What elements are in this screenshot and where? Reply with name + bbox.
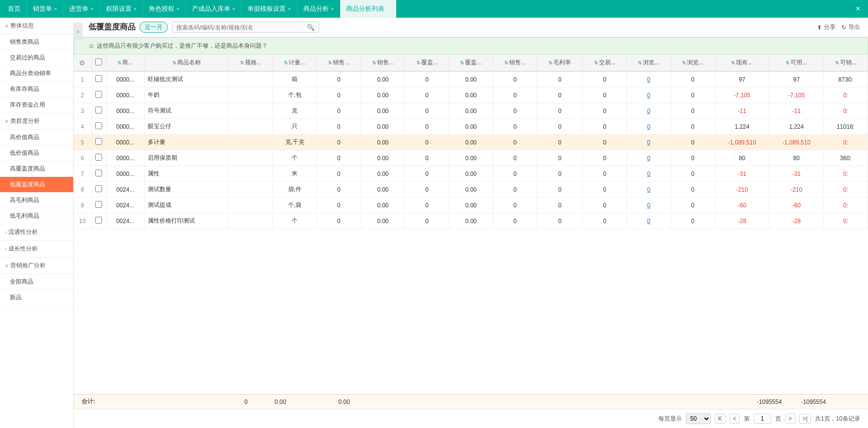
nav-product-analysis-close[interactable]: ×	[331, 6, 334, 12]
pagination: 每页显示 50 100 200 K < 第 页 > >| 共1页，10条记录	[74, 409, 868, 428]
prev-page-button[interactable]: <	[730, 414, 740, 424]
row-checkbox[interactable]	[91, 103, 106, 119]
sidebar-section-overall[interactable]: ∨ 整体信息	[0, 18, 73, 34]
row-browse1[interactable]: 0	[627, 198, 671, 213]
row-checkbox[interactable]	[91, 213, 106, 229]
col-unit-header[interactable]: ⇅计量...	[273, 55, 317, 71]
col-sales-qty-header[interactable]: ⇅销售...	[317, 55, 361, 71]
sidebar-item-traded-goods[interactable]: 交易过的商品	[0, 50, 73, 66]
nav-product-analysis-list[interactable]: 商品分析列表 ×	[340, 0, 396, 18]
col-available-header[interactable]: ⇅可用...	[769, 55, 824, 71]
sidebar-item-high-margin[interactable]: 高毛利商品	[0, 193, 73, 208]
nav-permission[interactable]: 权限设置 ×	[100, 0, 143, 18]
sidebar-item-high-coverage[interactable]: 高覆盖度商品	[0, 161, 73, 177]
col-saleable-header[interactable]: ⇅可销...	[824, 55, 868, 71]
filter-button[interactable]: 近一月	[139, 22, 168, 33]
row-browse1[interactable]: 0	[627, 119, 671, 135]
export-button[interactable]: ↻ 导出	[841, 23, 860, 31]
sidebar-item-stock-fund[interactable]: 库存资金占用	[0, 97, 73, 113]
sidebar-item-low-coverage[interactable]: 低覆盖度商品	[0, 177, 73, 193]
table-row: 8 0024... 测试数量 袋,件 0 0.00 0 0.00 0 0 0 0…	[74, 182, 868, 198]
row-coverage1: 0	[405, 71, 449, 87]
first-page-button[interactable]: K	[715, 414, 726, 424]
sidebar-item-category-rate[interactable]: 商品分类动销率	[0, 66, 73, 82]
nav-template[interactable]: 单据模板设置 ×	[242, 0, 297, 18]
col-coverage2-header[interactable]: ⇅覆盖...	[449, 55, 493, 71]
select-all-checkbox[interactable]	[95, 58, 102, 65]
row-coverage2: 0.00	[449, 182, 493, 198]
nav-product-analysis[interactable]: 商品分析 ×	[298, 0, 340, 18]
nav-product-entry-close[interactable]: ×	[232, 6, 235, 12]
row-checkbox[interactable]	[91, 182, 106, 198]
row-unit: 箱	[273, 71, 317, 87]
nav-sales[interactable]: 销货单 ×	[27, 0, 63, 18]
col-gross-margin-header[interactable]: ⇅毛利率	[537, 55, 583, 71]
row-checkbox[interactable]	[91, 198, 106, 213]
sidebar-section-growth[interactable]: › 成长性分析	[0, 241, 73, 257]
row-coverage1: 0	[405, 87, 449, 103]
row-browse1[interactable]: 0	[627, 135, 671, 150]
row-browse1[interactable]: 0	[627, 166, 671, 182]
col-browse2-header[interactable]: ⇅浏览...	[671, 55, 715, 71]
row-name: 属性价格打印测试	[144, 213, 229, 229]
row-browse1[interactable]: 0	[627, 71, 671, 87]
col-spec-header[interactable]: ⇅规格...	[229, 55, 273, 71]
row-checkbox[interactable]	[91, 71, 106, 87]
sidebar-section-liquidity[interactable]: › 流通性分析	[0, 224, 73, 241]
row-browse1[interactable]: 0	[627, 87, 671, 103]
sidebar-collapse-button[interactable]: «	[74, 23, 82, 40]
share-button[interactable]: ⬆ 分享	[817, 23, 836, 31]
nav-product-entry[interactable]: 产成品入库单 ×	[186, 0, 242, 18]
col-browse1-header[interactable]: ⇅浏览...	[627, 55, 671, 71]
col-sales-amt-header[interactable]: ⇅销售...	[361, 55, 405, 71]
col-trade-header[interactable]: ⇅交易...	[583, 55, 627, 71]
col-coverage1-header[interactable]: ⇅覆盖...	[405, 55, 449, 71]
nav-sales-close[interactable]: ×	[54, 6, 57, 12]
row-num: 10	[74, 213, 91, 229]
nav-permission-close[interactable]: ×	[134, 6, 136, 12]
row-browse1[interactable]: 0	[627, 103, 671, 119]
sidebar-item-low-margin[interactable]: 低毛利商品	[0, 208, 73, 224]
nav-product-analysis-label: 商品分析	[303, 4, 329, 13]
search-input[interactable]	[176, 24, 307, 31]
sidebar-item-all-goods[interactable]: 全部商品	[0, 274, 73, 290]
row-available: -28	[769, 213, 824, 229]
nav-role[interactable]: 角色授权 ×	[143, 0, 186, 18]
row-browse1[interactable]: 0	[627, 182, 671, 198]
col-current-stock-header[interactable]: ⇅现有...	[715, 55, 769, 71]
sidebar-item-in-stock[interactable]: 有库存商品	[0, 82, 73, 97]
row-checkbox[interactable]	[91, 135, 106, 150]
col-name-header[interactable]: ⇅商品名称	[144, 55, 229, 71]
sidebar-item-sales-goods[interactable]: 销售类商品	[0, 34, 73, 50]
sidebar-section-marketing[interactable]: ∨ 营销推广分析	[0, 257, 73, 274]
nav-home[interactable]: 首页	[2, 0, 27, 18]
search-icon[interactable]: 🔍	[307, 24, 315, 31]
row-browse1[interactable]: 0	[627, 213, 671, 229]
row-checkbox[interactable]	[91, 119, 106, 135]
nav-template-close[interactable]: ×	[288, 6, 291, 12]
row-checkbox[interactable]	[91, 150, 106, 166]
row-coverage1: 0	[405, 213, 449, 229]
sidebar-item-high-value[interactable]: 高价值商品	[0, 130, 73, 145]
nav-role-close[interactable]: ×	[176, 6, 179, 12]
last-page-button[interactable]: >|	[799, 414, 811, 424]
sidebar-item-new-goods[interactable]: 新品	[0, 290, 73, 306]
nav-product-analysis-list-close[interactable]: ×	[386, 6, 389, 12]
row-sales-amt: 0.00	[361, 182, 405, 198]
page-size-select[interactable]: 50 100 200	[686, 413, 711, 424]
row-browse1[interactable]: 0	[627, 150, 671, 166]
col-code-header[interactable]: ⇅商...	[106, 55, 144, 71]
sidebar-item-low-value[interactable]: 低价值商品	[0, 145, 73, 161]
nav-purchase-label: 进货单	[69, 4, 88, 13]
sidebar-section-cluster[interactable]: ∨ 类群度分析	[0, 113, 73, 130]
row-available: 1,224	[769, 119, 824, 135]
nav-purchase-close[interactable]: ×	[90, 6, 93, 12]
window-close-button[interactable]: ×	[850, 4, 866, 13]
col-sales-extra-header[interactable]: ⇅销售...	[493, 55, 537, 71]
page-number-input[interactable]	[754, 414, 771, 424]
column-settings-icon[interactable]: ⚙	[79, 59, 85, 67]
row-checkbox[interactable]	[91, 87, 106, 103]
next-page-button[interactable]: >	[785, 414, 795, 424]
row-checkbox[interactable]	[91, 166, 106, 182]
nav-purchase[interactable]: 进货单 ×	[63, 0, 100, 18]
